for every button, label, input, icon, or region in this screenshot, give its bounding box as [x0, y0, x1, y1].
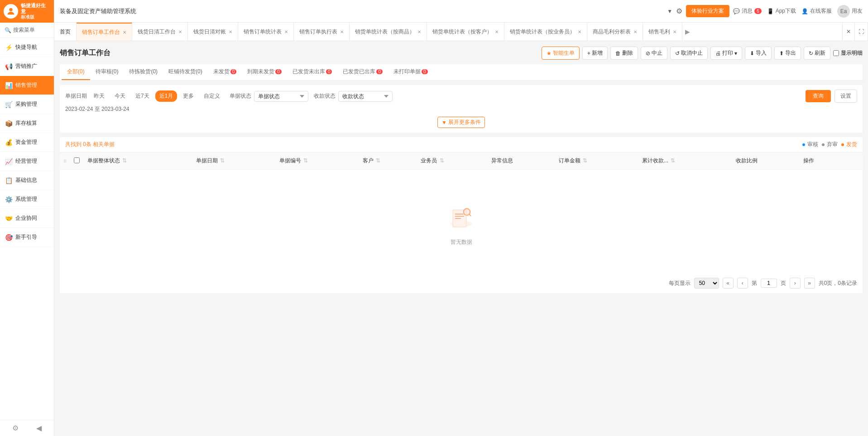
filter-tab-not-printed[interactable]: 未打印单据0 [388, 64, 433, 80]
filter-tab-pending-review[interactable]: 待审核(0) [90, 64, 124, 80]
sidebar-item-purchase[interactable]: 🛒 采购管理 [0, 95, 54, 114]
ship-action-btn[interactable]: 发货 [841, 141, 857, 148]
sidebar-item-finance[interactable]: 💰 资金管理 [0, 133, 54, 152]
sidebar-item-enterprise[interactable]: 🤝 企业协同 [0, 209, 54, 228]
sales-icon: 📊 [5, 82, 13, 89]
tab-close-sales-workbench[interactable]: ✕ [123, 30, 126, 35]
tab-product-margin[interactable]: 商品毛利分析表 ✕ [587, 23, 643, 41]
page-number-input[interactable] [761, 279, 777, 288]
tab-sales-profit[interactable]: 销售毛利 ✕ [643, 23, 682, 41]
table-scroll-container[interactable]: ≡ 单据整体状态 ⇅ 单据日期 ⇅ [60, 152, 863, 273]
export-btn[interactable]: ⬆ 导出 [774, 47, 801, 60]
add-btn[interactable]: + 新增 [582, 47, 608, 60]
filter-tab-pending-check[interactable]: 待拣验货(0) [124, 64, 163, 80]
page-title: 销售订单工作台 [60, 48, 110, 58]
filter-tab-not-shipped[interactable]: 未发货0 [208, 64, 242, 80]
tab-sales-stat[interactable]: 销售订单统计表 ✕ [238, 23, 294, 41]
sidebar-item-basic-info[interactable]: 📋 基础信息 [0, 171, 54, 190]
stop-btn[interactable]: ⊘ 中止 [641, 47, 667, 60]
table-header-row: ≡ 单据整体状态 ⇅ 单据日期 ⇅ [60, 152, 863, 170]
show-detail-checkbox-label[interactable]: 显示明细 [833, 49, 863, 57]
tab-close-cash-daily[interactable]: ✕ [178, 29, 182, 34]
app-download-btn[interactable]: 📱 App下载 [767, 7, 796, 15]
tabs-maximize-btn[interactable]: ⛶ [855, 23, 868, 41]
delete-btn[interactable]: 🗑 删除 [610, 47, 638, 60]
tab-close-product-margin[interactable]: ✕ [633, 29, 637, 34]
payment-select[interactable]: 收款状态 [338, 91, 393, 102]
tab-home[interactable]: 首页 [54, 23, 77, 41]
sort-amount-icon[interactable]: ⇅ [583, 157, 587, 164]
date-btn-today[interactable]: 今天 [110, 90, 129, 102]
topbar-settings-btn[interactable]: ⚙ [676, 7, 682, 15]
page-last-btn[interactable]: » [804, 278, 815, 289]
sort-status-icon[interactable]: ⇅ [122, 157, 127, 164]
expand-conditions-btn[interactable]: ▼ 展开更多条件 [437, 117, 485, 128]
date-btn-yesterday[interactable]: 昨天 [90, 90, 109, 102]
reject-action-btn[interactable]: 弃审 [822, 141, 838, 148]
sidebar-search[interactable]: 🔍 搜索菜单 [0, 23, 54, 38]
sidebar-item-system[interactable]: ⚙️ 系统管理 [0, 190, 54, 209]
sort-number-icon[interactable]: ⇅ [303, 157, 308, 164]
system-dropdown[interactable]: ▼ [667, 8, 672, 14]
tab-sales-exec[interactable]: 销售订单执行表 ✕ [294, 23, 350, 41]
tab-close-sales-summary-customer[interactable]: ✕ [495, 29, 499, 34]
tab-sales-summary-customer[interactable]: 销货单统计表（按客户） ✕ [427, 23, 504, 41]
sidebar-collapse-btn[interactable]: ◀ [36, 424, 42, 432]
import-btn[interactable]: ⬇ 导入 [745, 47, 772, 60]
date-btn-7days[interactable]: 近7天 [131, 90, 153, 102]
sidebar-item-quick-nav[interactable]: ⚡ 快捷导航 [0, 38, 54, 57]
filter-tab-all[interactable]: 全部(0) [62, 64, 90, 80]
review-action-btn[interactable]: 审核 [802, 141, 818, 148]
setup-btn[interactable]: 设置 [834, 90, 857, 103]
user-menu-btn[interactable]: Ea 用友 [837, 5, 863, 18]
filter-tab-wangpu[interactable]: 旺铺待发货(0) [163, 64, 208, 80]
filter-tab-shipped-out[interactable]: 已发货已出库0 [337, 64, 388, 80]
tabs-scroll-right[interactable]: ▶ [682, 28, 693, 35]
sidebar-item-inventory[interactable]: 📦 库存核算 [0, 114, 54, 133]
filter-tab-expired-not-shipped[interactable]: 到期未发货0 [242, 64, 287, 80]
sidebar-item-guide[interactable]: 🎯 新手引导 [0, 228, 54, 247]
pagination: 每页显示 50 10 20 100 « ‹ 第 页 › » 共0页，0条记录 [60, 273, 863, 293]
table-count: 共找到 0条 相关单据 [65, 141, 115, 148]
tab-close-sales-summary-product[interactable]: ✕ [417, 29, 421, 34]
date-btn-custom[interactable]: 自定义 [200, 90, 224, 102]
sort-customer-icon[interactable]: ⇅ [376, 157, 380, 164]
sidebar-item-operations[interactable]: 📈 经营管理 [0, 152, 54, 171]
tab-close-sales-exec[interactable]: ✕ [340, 29, 344, 34]
tab-close-sales-stat[interactable]: ✕ [284, 29, 288, 34]
tab-sales-summary-product[interactable]: 销货单统计表（按商品） ✕ [350, 23, 427, 41]
sidebar-item-sales[interactable]: 📊 销售管理 [0, 76, 54, 95]
sidebar-item-marketing[interactable]: 📢 营销推广 [0, 57, 54, 76]
show-detail-checkbox[interactable] [833, 50, 839, 56]
tab-sales-summary-staff[interactable]: 销货单统计表（按业务员） ✕ [504, 23, 587, 41]
status-select[interactable]: 单据状态 [254, 91, 308, 102]
page-next-btn[interactable]: › [790, 278, 801, 289]
cancel-stop-btn[interactable]: ↺ 取消中止 [670, 47, 708, 60]
query-btn[interactable]: 查询 [806, 90, 831, 102]
page-first-btn[interactable]: « [723, 278, 734, 289]
print-btn[interactable]: 🖨 打印 ▾ [710, 47, 742, 60]
select-all-checkbox[interactable] [74, 157, 80, 163]
smart-create-btn[interactable]: ★ 智能生单 [542, 47, 580, 60]
date-btn-more[interactable]: 更多 [179, 90, 198, 102]
industry-btn[interactable]: 体验行业方案 [686, 5, 729, 17]
refresh-btn[interactable]: ↻ 刷新 [804, 47, 830, 60]
tab-sales-workbench[interactable]: 销售订单工作台 ✕ [77, 23, 132, 41]
sort-date-icon[interactable]: ⇅ [220, 157, 225, 164]
filter-tab-shipped-not-out[interactable]: 已发货未出库0 [287, 64, 338, 80]
tab-close-cash-reconcile[interactable]: ✕ [229, 29, 232, 34]
date-btn-1month[interactable]: 近1月 [155, 90, 177, 102]
date-field: 单据日期 昨天 今天 近7天 近1月 更多 自定义 [65, 90, 224, 102]
sidebar-settings-btn[interactable]: ⚙ [12, 424, 19, 432]
online-service-btn[interactable]: 👤 在线客服 [801, 7, 832, 15]
sort-staff-icon[interactable]: ⇅ [440, 157, 444, 164]
page-prev-btn[interactable]: ‹ [737, 278, 748, 289]
tab-close-sales-profit[interactable]: ✕ [673, 29, 676, 34]
tab-cash-daily[interactable]: 钱货日清工作台 ✕ [132, 23, 188, 41]
tab-cash-reconcile[interactable]: 钱货日清对账 ✕ [188, 23, 238, 41]
messages-btn[interactable]: 💬 消息 6 [733, 7, 762, 15]
tabs-close-all-btn[interactable]: ✕ [843, 23, 855, 41]
sort-collected-icon[interactable]: ⇅ [671, 157, 675, 164]
tab-close-sales-summary-staff[interactable]: ✕ [578, 29, 581, 34]
page-size-select[interactable]: 50 10 20 100 [694, 278, 719, 289]
